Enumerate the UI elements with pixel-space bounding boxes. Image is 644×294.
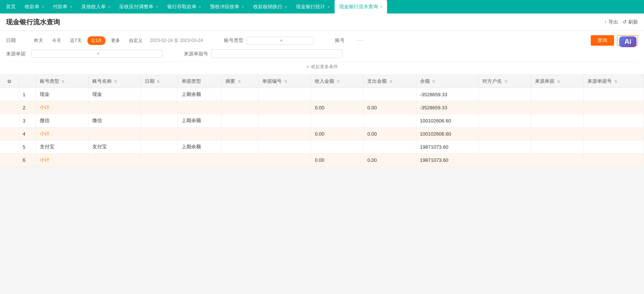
nav-home[interactable]: 首页 [2, 0, 20, 13]
column-gear[interactable]: ⚙ [0, 75, 19, 88]
account-dots-button[interactable]: ··· [357, 37, 364, 44]
table-header-row: ⚙ 账号类型 ⇅ 账号名称 ⇅ 日期 ⇅ 单据类型 摘要 ⇅ 单据编号 ⇅ 收入… [0, 75, 644, 88]
date-range: 2023-02-24 至 2023-03-24 [150, 37, 203, 44]
column-counterpart[interactable]: 对方户名 ⇅ [478, 75, 531, 88]
close-icon[interactable]: × [108, 4, 110, 9]
top-nav: 首页 收款单 × 付款单 × 其他收入单 × 应收应付调整单 × 银行存取款单 … [0, 0, 644, 13]
close-icon[interactable]: × [199, 4, 201, 9]
source-doc-num-input[interactable] [211, 49, 342, 58]
column-doc-type: 单据类型 [178, 75, 222, 88]
date-btn-more[interactable]: 更多 [108, 36, 123, 45]
close-icon[interactable]: × [42, 4, 44, 9]
table-row: 6小计0.000.0019871073.60 [0, 154, 644, 167]
refresh-icon: ↺ [623, 19, 627, 25]
header-actions: ↑ 导出 ↺ 刷新 [605, 19, 638, 25]
date-btn-custom[interactable]: 自定义 [126, 36, 146, 45]
column-source-doc-no[interactable]: 来源单据号 ⇅ [584, 75, 644, 88]
nav-other-income[interactable]: 其他收入单 × [77, 0, 115, 13]
close-icon[interactable]: × [242, 4, 244, 9]
column-seq [19, 75, 36, 88]
page-title: 现金银行流水查询 [6, 18, 60, 27]
column-account-type[interactable]: 账号类型 ⇅ [36, 75, 88, 88]
column-expense[interactable]: 支出金额 ⇅ [363, 75, 416, 88]
column-source-doc[interactable]: 来源单据 ⇅ [531, 75, 584, 88]
column-summary[interactable]: 摘要 ⇅ [221, 75, 258, 88]
column-date[interactable]: 日期 ⇅ [141, 75, 177, 88]
date-btn-7days[interactable]: 近7天 [67, 36, 85, 45]
export-button[interactable]: ↑ 导出 [605, 19, 618, 25]
date-btn-yesterday[interactable]: 昨天 [31, 36, 47, 45]
nav-pre-receive[interactable]: 预收冲应收单 × [206, 0, 248, 13]
column-income[interactable]: 收入金额 ⇅ [311, 75, 363, 88]
source-doc-select[interactable]: ▾ [32, 50, 163, 58]
date-btn-today[interactable]: 今天 [49, 36, 65, 45]
column-doc-no[interactable]: 单据编号 ⇅ [258, 75, 311, 88]
close-icon[interactable]: × [327, 4, 330, 9]
nav-verify[interactable]: 收款核销执行 × [249, 0, 291, 13]
date-options: 昨天 今天 近7天 近1月 更多 自定义 2023-02-24 至 2023-0… [31, 36, 203, 45]
nav-bank-deposit[interactable]: 银行存取款单 × [163, 0, 206, 13]
close-icon[interactable]: × [380, 4, 383, 9]
nav-cash-stats[interactable]: 现金银行统计 × [291, 0, 334, 13]
table-row: 2小计0.000.00-3528659.33 [0, 101, 644, 114]
account-type-label: 账号类型 [224, 37, 243, 44]
refresh-button[interactable]: ↺ 刷新 [623, 19, 638, 25]
close-icon[interactable]: × [70, 4, 72, 9]
account-type-select[interactable]: ▾ [246, 37, 314, 45]
table-row: 3微信微信上期余额100102606.60 [0, 114, 644, 127]
chevron-down-icon: ▾ [280, 38, 311, 43]
date-label: 日期 [6, 37, 25, 44]
ai-badge[interactable]: Ai [619, 36, 636, 47]
nav-receive[interactable]: 收款单 × [20, 0, 48, 13]
table-container: ⚙ 账号类型 ⇅ 账号名称 ⇅ 日期 ⇅ 单据类型 摘要 ⇅ 单据编号 ⇅ 收入… [0, 75, 644, 167]
nav-pay[interactable]: 付款单 × [48, 0, 77, 13]
close-icon[interactable]: × [285, 4, 287, 9]
chevron-down-icon: ▾ [97, 51, 159, 56]
source-doc-num-label: 来源单据号 [184, 51, 208, 57]
table-row: 4小计0.000.00100102606.60 [0, 127, 644, 140]
column-balance[interactable]: 余额 ⇅ [416, 75, 478, 88]
table-row: 1现金现金上期余额-3528659.33 [0, 88, 644, 101]
nav-cash-flow[interactable]: 现金银行流水查询 × [335, 0, 387, 13]
source-doc-label: 来源单据 [6, 51, 26, 57]
filter-row-source: 来源单据 ▾ 来源单据号 [6, 49, 638, 58]
cash-flow-table: ⚙ 账号类型 ⇅ 账号名称 ⇅ 日期 ⇅ 单据类型 摘要 ⇅ 单据编号 ⇅ 收入… [0, 75, 644, 167]
nav-adjust[interactable]: 应收应付调整单 × [115, 0, 162, 13]
export-icon: ↑ [605, 19, 607, 25]
close-icon[interactable]: × [156, 4, 158, 9]
column-account-name[interactable]: 账号名称 ⇅ [88, 75, 141, 88]
filter-row-date: 日期 昨天 今天 近7天 近1月 更多 自定义 2023-02-24 至 202… [6, 35, 638, 46]
filter-area: 日期 昨天 今天 近7天 近1月 更多 自定义 2023-02-24 至 202… [0, 31, 644, 75]
query-button[interactable]: 查询 [591, 35, 614, 46]
date-btn-1month[interactable]: 近1月 [87, 36, 106, 45]
account-label: 账号 [335, 37, 354, 44]
collapse-conditions-button[interactable]: ∧ 收起更多条件 [6, 62, 638, 72]
page-header: 现金银行流水查询 ↑ 导出 ↺ 刷新 [0, 13, 644, 31]
table-row: 5支付宝支付宝上期余额19871073.60 [0, 140, 644, 154]
